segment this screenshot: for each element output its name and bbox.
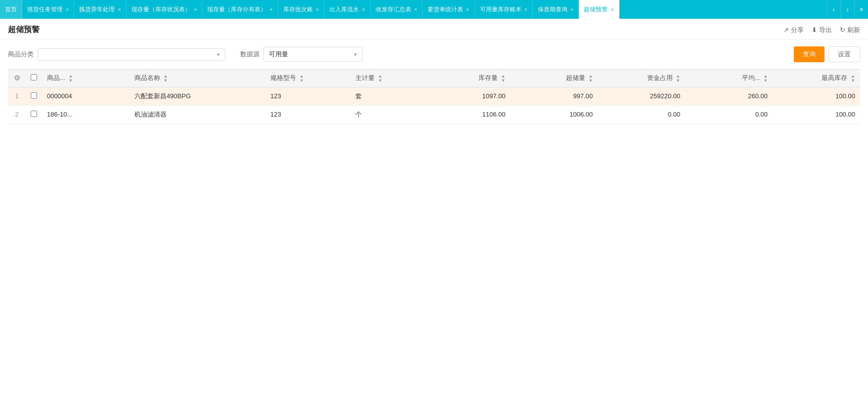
row-num-1: 1 — [8, 87, 26, 105]
row-avg-1: 260.00 — [685, 87, 773, 105]
filter-buttons: 查询 设置 — [794, 46, 860, 62]
row-name-2: 机油滤清器 — [130, 105, 265, 123]
gear-icon[interactable]: ⚙ — [14, 74, 20, 82]
nav-summary[interactable]: 收发存汇总表 × — [371, 0, 423, 19]
nav-expiry[interactable]: 保质期查询 × — [533, 0, 579, 19]
top-nav: 首页 拣货任务管理 × 拣货异常处理 × 现存量（库存状况表） × 现存量（库存… — [0, 0, 868, 19]
close-inventory-dist[interactable]: × — [269, 6, 272, 12]
close-exception[interactable]: × — [118, 6, 121, 12]
row-spec-1: 123 — [265, 87, 350, 105]
datasource-filter-group: 数据源 可用量 ▾ — [240, 47, 362, 62]
table-row: 2 186-10... 机油滤清器 123 个 1106.00 1006.00 … — [8, 105, 860, 123]
export-button[interactable]: ⬇ 导出 — [812, 26, 832, 35]
nav-home[interactable]: 首页 — [0, 0, 22, 19]
category-arrow-icon: ▾ — [217, 51, 220, 58]
sort-capital-icon: ▲▼ — [676, 74, 680, 83]
category-filter-group: 商品分类 ▾ — [8, 48, 225, 61]
th-checkbox — [26, 70, 42, 87]
sort-overstock-icon: ▲▼ — [588, 74, 593, 83]
row-num-2: 2 — [8, 105, 26, 123]
export-icon: ⬇ — [812, 26, 817, 34]
row-select-2[interactable] — [31, 111, 37, 117]
nav-task-mgmt[interactable]: 拣货任务管理 × — [22, 0, 74, 19]
datasource-arrow-icon: ▾ — [354, 51, 357, 58]
nav-overstock[interactable]: 超储预警 × — [579, 0, 619, 19]
th-code[interactable]: 商品... ▲▼ — [42, 70, 130, 87]
row-checkbox-1[interactable] — [26, 87, 42, 105]
th-max-stock[interactable]: 最高库存 ▲▼ — [773, 70, 860, 87]
th-overstock[interactable]: 超储量 ▲▼ — [510, 70, 598, 87]
row-stock-1: 1097.00 — [423, 87, 511, 105]
th-spec[interactable]: 规格型号 ▲▼ — [265, 70, 350, 87]
close-inout-flow[interactable]: × — [362, 6, 365, 12]
share-icon: ↗ — [783, 26, 789, 34]
close-inventory-status[interactable]: × — [194, 6, 197, 12]
sort-stock-icon: ▲▼ — [501, 74, 506, 83]
query-button[interactable]: 查询 — [794, 46, 825, 62]
refresh-icon: ↻ — [840, 26, 845, 34]
filter-area: 商品分类 ▾ 数据源 可用量 ▾ 查询 设置 — [0, 40, 868, 69]
nav-exception[interactable]: 拣货异常处理 × — [74, 0, 126, 19]
th-stock[interactable]: 库存量 ▲▼ — [423, 70, 511, 87]
page-title: 超储预警 — [8, 25, 40, 35]
nav-inventory-dist[interactable]: 现存量（库存分布表） × — [202, 0, 278, 19]
row-unit-1: 套 — [350, 87, 423, 105]
sort-spec-icon: ▲▼ — [300, 74, 304, 83]
row-overstock-1: 997.00 — [510, 87, 598, 105]
row-avg-2: 0.00 — [685, 105, 773, 123]
nav-arrows: ‹ › × — [826, 0, 868, 19]
share-button[interactable]: ↗ 分享 — [783, 26, 804, 35]
row-capital-1: 259220.00 — [598, 87, 685, 105]
th-gear: ⚙ — [8, 70, 26, 87]
nav-next-btn[interactable]: › — [840, 0, 854, 19]
settings-button[interactable]: 设置 — [828, 46, 860, 62]
overstock-table: ⚙ 商品... ▲▼ 商品名称 ▲▼ 规格型号 ▲▼ 主计 — [8, 69, 860, 124]
th-capital[interactable]: 资金占用 ▲▼ — [598, 70, 685, 87]
row-checkbox-2[interactable] — [26, 105, 42, 123]
table-header-row: ⚙ 商品... ▲▼ 商品名称 ▲▼ 规格型号 ▲▼ 主计 — [8, 70, 860, 87]
sort-name-icon: ▲▼ — [164, 74, 168, 83]
row-unit-2: 个 — [350, 105, 423, 123]
row-code-1: 0000004 — [42, 87, 130, 105]
nav-close-all-btn[interactable]: × — [854, 0, 868, 19]
table-container: ⚙ 商品... ▲▼ 商品名称 ▲▼ 规格型号 ▲▼ 主计 — [0, 69, 868, 124]
sort-code-icon: ▲▼ — [68, 74, 73, 83]
th-name[interactable]: 商品名称 ▲▼ — [130, 70, 265, 87]
category-select[interactable]: ▾ — [38, 48, 225, 61]
datasource-select[interactable]: 可用量 ▾ — [263, 47, 362, 62]
sort-avg-icon: ▲▼ — [763, 74, 768, 83]
datasource-value: 可用量 — [269, 50, 288, 59]
th-unit[interactable]: 主计量 ▲▼ — [350, 70, 423, 87]
table-body: 1 0000004 六配套新昌490BPG 123 套 1097.00 997.… — [8, 87, 860, 123]
row-overstock-2: 1006.00 — [510, 105, 598, 123]
row-select-1[interactable] — [31, 92, 37, 99]
nav-prev-btn[interactable]: ‹ — [826, 0, 840, 19]
row-code-2: 186-10... — [42, 105, 130, 123]
close-available-ledger[interactable]: × — [524, 6, 527, 12]
row-stock-2: 1106.00 — [423, 105, 511, 123]
close-task-mgmt[interactable]: × — [66, 6, 69, 12]
page-header: 超储预警 ↗ 分享 ⬇ 导出 ↻ 刷新 — [0, 19, 868, 40]
select-all-checkbox[interactable] — [31, 74, 37, 80]
th-avg[interactable]: 平均... ▲▼ — [685, 70, 773, 87]
close-summary[interactable]: × — [414, 6, 417, 12]
row-capital-2: 0.00 — [598, 105, 685, 123]
sort-unit-icon: ▲▼ — [378, 74, 383, 83]
row-name-1: 六配套新昌490BPG — [130, 87, 265, 105]
close-overstock[interactable]: × — [610, 6, 613, 12]
close-expiry[interactable]: × — [570, 6, 573, 12]
nav-batch-account[interactable]: 库存批次账 × — [278, 0, 324, 19]
category-label: 商品分类 — [8, 50, 34, 59]
close-order-stats[interactable]: × — [466, 6, 469, 12]
refresh-button[interactable]: ↻ 刷新 — [840, 26, 860, 35]
table-row: 1 0000004 六配套新昌490BPG 123 套 1097.00 997.… — [8, 87, 860, 105]
datasource-label: 数据源 — [240, 50, 260, 59]
nav-available-ledger[interactable]: 可用量库存账本 × — [475, 0, 533, 19]
header-actions: ↗ 分享 ⬇ 导出 ↻ 刷新 — [783, 26, 860, 35]
sort-max-stock-icon: ▲▼ — [851, 74, 855, 83]
nav-inout-flow[interactable]: 出入库流水 × — [324, 0, 370, 19]
nav-inventory-status[interactable]: 现存量（库存状况表） × — [127, 0, 202, 19]
close-batch-account[interactable]: × — [316, 6, 319, 12]
nav-order-stats[interactable]: 要货单统计表 × — [423, 0, 475, 19]
row-max-stock-1: 100.00 — [773, 87, 860, 105]
